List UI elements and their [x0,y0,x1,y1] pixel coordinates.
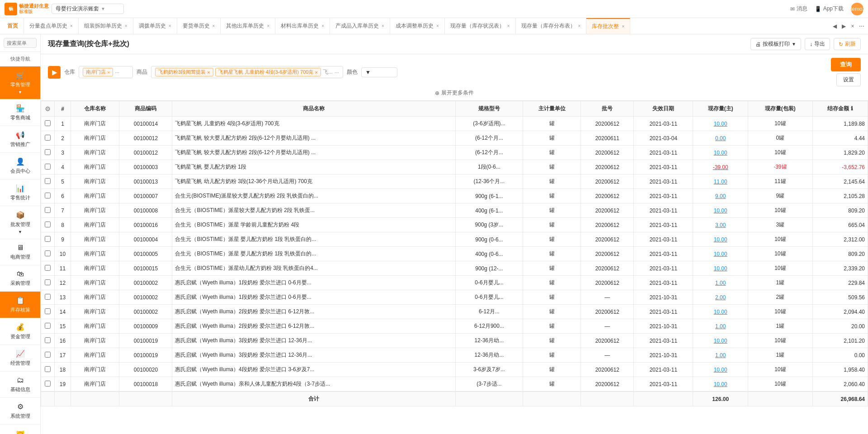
template-print-button[interactable]: 🖨 按模板打印 ▼ [750,38,801,50]
sidebar-item-system[interactable]: ⚙ 系统管理 [0,398,40,425]
row-checkbox[interactable] [45,207,51,213]
td-qty-main[interactable]: 10.00 [693,117,748,131]
app-download-button[interactable]: 📱 App下载 [815,5,844,13]
row-checkbox[interactable] [45,381,51,387]
tab-xiancun-fenbu[interactable]: 现存量（库存分布表） × [516,18,587,34]
td-qty-main[interactable]: 9.00 [693,189,748,203]
td-checkbox[interactable] [41,117,55,131]
close-icon[interactable]: × [436,24,439,28]
close-icon[interactable]: × [70,24,73,28]
query-button[interactable]: 查询 [831,58,861,71]
close-icon[interactable]: × [507,24,510,28]
tab-home[interactable]: 首页 [2,18,24,34]
filter-expand-button[interactable]: ▶ [48,66,61,79]
row-checkbox[interactable] [45,294,51,300]
td-qty-main[interactable]: 1.00 [693,276,748,290]
close-icon[interactable]: × [212,24,215,28]
td-checkbox[interactable] [41,363,55,377]
td-checkbox[interactable] [41,232,55,247]
td-qty-main[interactable]: 10.00 [693,377,748,392]
td-checkbox[interactable] [41,319,55,334]
td-checkbox[interactable] [41,334,55,348]
td-qty-main[interactable]: -39.00 [693,160,748,175]
tab-fenpan[interactable]: 分量盘点单历史 × [24,18,79,34]
message-button[interactable]: ✉ 消息 [790,5,807,13]
close-icon[interactable]: × [169,24,171,28]
row-checkbox[interactable] [45,193,51,198]
close-icon[interactable]: × [125,24,127,28]
sidebar-item-basic[interactable]: 🗂 基础信息 [0,372,40,398]
td-checkbox[interactable] [41,146,55,160]
sidebar-item-wholesale[interactable]: 📦 批发管理 ▼ [0,206,40,239]
sidebar-item-inventory[interactable]: 📋 库存核算 [0,292,40,318]
td-qty-main[interactable]: 3.00 [693,218,748,232]
td-qty-main[interactable]: 11.00 [693,175,748,189]
tab-kucun-pici[interactable]: 库存批次整 × [586,18,630,34]
sidebar-item-retail[interactable]: 🛒 零售管理 ▼ [0,66,40,99]
sidebar-item-management[interactable]: 📈 经营管理 [0,345,40,372]
th-settings[interactable]: ⚙ [41,101,55,117]
td-checkbox[interactable] [41,247,55,261]
sidebar-item-marketing[interactable]: 📢 营销推广 [0,126,40,153]
td-qty-main[interactable]: 10.00 [693,146,748,160]
row-checkbox[interactable] [45,352,51,358]
row-checkbox[interactable] [45,135,51,141]
avatar[interactable]: demo2 [851,3,863,15]
tab-cailiao[interactable]: 材料出库单历史 × [275,18,330,34]
warehouse-more[interactable]: ··· [115,69,119,75]
tab-chengben[interactable]: 成本调整单历史 × [390,18,445,34]
row-checkbox[interactable] [45,265,51,271]
remove-warehouse-tag[interactable]: × [107,70,110,75]
setting-button[interactable]: 设置 [836,73,861,86]
tab-diaopei[interactable]: 调拨单历史 × [133,18,177,34]
td-qty-main[interactable]: 1.00 [693,348,748,363]
row-checkbox[interactable] [45,236,51,242]
settings-icon[interactable]: ⚙ [45,105,51,113]
sidebar-item-enterprise[interactable]: 🤝 企业协同 [0,425,40,434]
td-checkbox[interactable] [41,131,55,146]
export-button[interactable]: ↓ 导出 [805,38,830,50]
td-checkbox[interactable] [41,160,55,175]
tab-chancheng[interactable]: 产成品入库单历史 × [330,18,390,34]
color-filter[interactable]: ▼ [361,67,397,77]
td-qty-main[interactable]: 10.00 [693,203,748,218]
remove-product-tag-1[interactable]: × [207,70,210,75]
row-checkbox[interactable] [45,337,51,343]
tab-zuzhuang[interactable]: 组装拆卸单历史 × [79,18,133,34]
td-qty-main[interactable]: 10.00 [693,261,748,276]
close-icon[interactable]: × [321,24,324,28]
td-qty-main[interactable]: 10.00 [693,334,748,348]
sidebar-item-member[interactable]: 👤 会员中心 [0,153,40,179]
refresh-button[interactable]: ↻ 刷新 [834,38,861,50]
search-input[interactable] [4,38,37,48]
nav-more-button[interactable]: ⋯ [857,18,866,34]
row-checkbox[interactable] [45,323,51,329]
product-ellipsis[interactable]: ··· [335,69,339,75]
row-checkbox[interactable] [45,178,51,184]
td-checkbox[interactable] [41,189,55,203]
row-checkbox[interactable] [45,250,51,256]
td-checkbox[interactable] [41,261,55,276]
workspace-selector[interactable]: 母婴行业演示账套 ▼ [52,4,124,14]
sidebar-item-ecommerce[interactable]: 🖥 电商管理 [0,239,40,265]
td-checkbox[interactable] [41,348,55,363]
td-checkbox[interactable] [41,218,55,232]
td-checkbox[interactable] [41,290,55,305]
close-icon[interactable]: × [382,24,384,28]
close-icon[interactable]: × [578,24,581,28]
nav-right-button[interactable]: ▶ [839,18,848,34]
td-checkbox[interactable] [41,203,55,218]
tab-xiancun-kucun[interactable]: 现存量（库存状况表） × [445,18,516,34]
td-checkbox[interactable] [41,175,55,189]
nav-left-button[interactable]: ◀ [830,18,839,34]
td-qty-main[interactable]: 10.00 [693,232,748,247]
product-more[interactable]: 飞... [323,68,333,76]
td-checkbox[interactable] [41,305,55,319]
row-checkbox[interactable] [45,149,51,155]
warehouse-filter[interactable]: 南岸门店 × ··· [79,66,133,78]
row-checkbox[interactable] [45,120,51,126]
product-filter[interactable]: 飞鹤奶粉3段闻莺提装 × 飞鹤星飞帆 儿童奶粉 4段(3-6岁适用) 700克 … [151,66,343,78]
td-qty-main[interactable]: 2.00 [693,290,748,305]
row-checkbox[interactable] [45,222,51,227]
row-checkbox[interactable] [45,308,51,314]
